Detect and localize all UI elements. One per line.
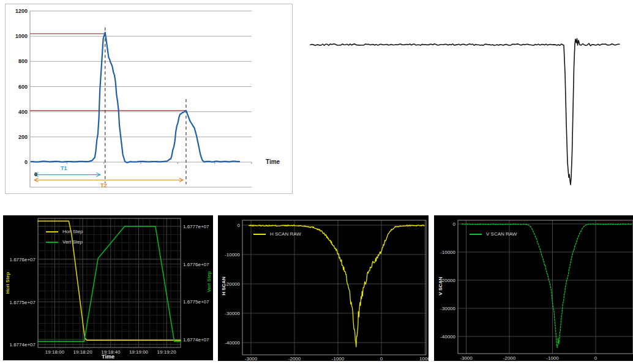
- tick-label: -40000: [440, 334, 455, 340]
- oscilloscope-trace-plot: [300, 0, 633, 208]
- right-y-axis-title: Vert Step: [206, 264, 212, 300]
- tick-label: 400: [18, 109, 28, 115]
- tick-label: -3000: [245, 356, 258, 361]
- tick-label: 1000: [419, 356, 429, 361]
- step-positions-plot: 19:18:0019:18:2019:18:4019:19:0019:19:20…: [3, 215, 213, 360]
- tick-label: 800: [18, 58, 28, 64]
- tick-label: 600: [18, 84, 28, 90]
- vert-step-legend-label: Vert Step: [62, 239, 83, 245]
- tick-label: -30000: [225, 311, 240, 316]
- h-scan-legend-swatch: [253, 234, 266, 235]
- tick-label: -10000: [225, 252, 240, 258]
- t1-annotation-label: T1: [61, 165, 67, 171]
- left-y-axis-title: Hori Step: [5, 265, 10, 302]
- tick-label: 1.6775e+07: [10, 300, 36, 305]
- v-scan-legend-swatch: [470, 234, 482, 235]
- hori-step-legend-swatch: [46, 231, 58, 232]
- tick-label: -30000: [440, 306, 455, 311]
- legend-item-v-scan-raw: V SCAN RAW: [470, 231, 517, 237]
- tick-label: -3000: [460, 355, 473, 361]
- tick-label: -40000: [225, 340, 240, 346]
- hori-step-legend-label: Hori Step: [62, 229, 83, 234]
- x-axis-title-time: Time: [3, 354, 213, 360]
- h-scan-chart-panel: -3000-2000-1000010000-10000-20000-30000-…: [218, 215, 429, 361]
- tick-label: -2000: [503, 355, 516, 361]
- tick-label: -10000: [440, 250, 455, 255]
- tick-label: 1.6774e+07: [10, 342, 36, 347]
- legend-item-hori-step: Hori Step: [46, 229, 83, 234]
- tick-label: 1.6776e+07: [10, 257, 36, 262]
- pulse-timing-plot: 0200400600800100012000: [6, 4, 293, 195]
- t2-annotation-label: T2: [100, 182, 107, 188]
- pulse-timing-chart-panel: 0200400600800100012000 Time T1 T2: [5, 4, 293, 194]
- step-positions-chart-panel: 19:18:0019:18:2019:18:4019:19:0019:19:20…: [3, 215, 213, 360]
- v-scan-y-axis-title: V SCAN: [438, 268, 443, 305]
- vert-step-legend-swatch: [46, 242, 58, 243]
- oscilloscope-trace-panel: [300, 0, 633, 208]
- legend-item-vert-step: Vert Step: [46, 239, 83, 245]
- tick-label: 0: [380, 356, 383, 361]
- tick-label: 0: [453, 221, 456, 227]
- screenshot-root: 0200400600800100012000 Time T1 T2 19:18:…: [0, 0, 633, 364]
- tick-label: -1000: [332, 356, 345, 361]
- tick-label: 0: [24, 159, 28, 165]
- tick-label: -2000: [288, 356, 301, 361]
- h-scan-y-axis-title: H SCAN: [221, 268, 227, 305]
- h-scan-legend-label: H SCAN RAW: [270, 231, 301, 237]
- x-axis-title-time: Time: [266, 158, 280, 165]
- tick-label: -1000: [546, 355, 559, 361]
- h-scan-plot: -3000-2000-1000010000-10000-20000-30000-…: [218, 215, 429, 361]
- tick-label: 1.6774e+07: [183, 337, 209, 343]
- tick-label: 1200: [15, 8, 28, 14]
- tick-label: 0: [34, 171, 37, 177]
- v-scan-plot: -3000-2000-100000-10000-20000-30000-4000…: [434, 215, 633, 361]
- tick-label: -20000: [225, 281, 240, 287]
- tick-label: 1.6775e+07: [183, 299, 209, 305]
- tick-label: 0: [238, 223, 241, 228]
- tick-label: 1000: [15, 33, 28, 39]
- v-scan-chart-panel: -3000-2000-100000-10000-20000-30000-4000…: [434, 215, 633, 361]
- tick-label: 200: [18, 134, 28, 140]
- tick-label: 0: [594, 355, 597, 361]
- legend-item-h-scan-raw: H SCAN RAW: [253, 231, 301, 237]
- tick-label: 1.6777e+07: [183, 224, 209, 229]
- v-scan-legend-label: V SCAN RAW: [486, 231, 517, 237]
